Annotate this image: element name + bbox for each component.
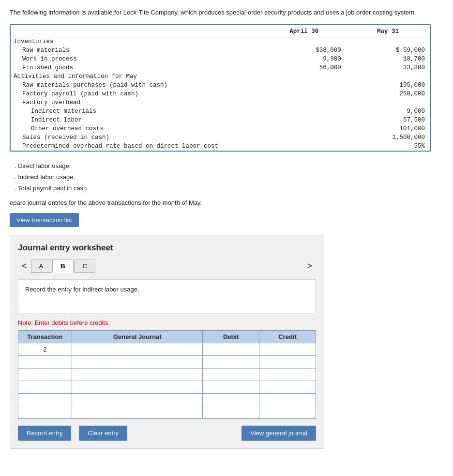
info-row-label: Raw materials (11, 46, 262, 55)
info-row-apr: $38,000 (262, 46, 346, 55)
prepare-text: epare journal entries for the above tran… (10, 199, 443, 206)
info-row-may: 57,500 (346, 116, 430, 124)
journal-credit-input[interactable] (259, 381, 316, 393)
info-row-apr: 9,900 (262, 55, 346, 63)
info-row-may: 195,000 (346, 81, 430, 90)
journal-transaction-cell (18, 368, 72, 381)
view-transaction-button[interactable]: View transaction list (10, 213, 79, 227)
journal-transaction-cell (18, 406, 72, 418)
info-row-may: 1,500,000 (346, 133, 430, 142)
journal-debit-input[interactable] (203, 369, 259, 381)
journal-credit-cell[interactable] (259, 355, 316, 368)
tab-a[interactable]: A (31, 260, 52, 273)
info-row-label: Sales (received in cash) (11, 133, 262, 142)
info-row-may: 18,700 (346, 55, 430, 63)
info-row-apr (262, 142, 346, 151)
info-row-apr (262, 37, 346, 46)
info-row-may: 250,000 (346, 90, 430, 98)
bullet-item: . Total payroll paid in cash. (15, 183, 443, 194)
journal-debit-input[interactable] (203, 381, 259, 393)
journal-general-cell[interactable] (72, 381, 203, 393)
journal-general-input[interactable] (72, 343, 203, 355)
journal-debit-cell[interactable] (203, 393, 259, 406)
info-row-may: 33,800 (346, 63, 430, 72)
journal-row (18, 368, 316, 381)
journal-debit-cell[interactable] (203, 368, 259, 381)
journal-credit-input[interactable] (259, 369, 316, 381)
info-row-may: $ 59,000 (346, 46, 430, 55)
entry-description: Record the entry for indirect labor usag… (18, 279, 316, 313)
journal-debit-input[interactable] (203, 356, 259, 368)
journal-debit-cell[interactable] (203, 406, 259, 418)
journal-credit-input[interactable] (259, 394, 316, 406)
info-row-label: Activities and information for May (11, 72, 262, 81)
journal-general-cell[interactable] (72, 406, 203, 418)
journal-transaction-cell (18, 393, 72, 406)
journal-general-input[interactable] (72, 356, 203, 368)
journal-transaction-cell (18, 381, 72, 393)
journal-general-cell[interactable] (72, 393, 203, 406)
col-label-header (11, 25, 262, 37)
info-row-label: Work in process (11, 55, 262, 63)
info-row-apr (262, 124, 346, 133)
journal-debit-cell[interactable] (203, 381, 259, 393)
view-general-journal-button[interactable]: View general journal (242, 426, 316, 441)
tabs-row: < ABC > (18, 260, 316, 273)
intro-text: The following information is available f… (10, 8, 426, 17)
info-row-label: Inventories (11, 37, 262, 46)
info-row-may: 101,000 (346, 124, 430, 133)
info-row-may: 9,000 (346, 107, 430, 116)
worksheet-title: Journal entry worksheet (18, 243, 316, 253)
tabs-container: ABC (31, 260, 96, 273)
info-row-apr (262, 133, 346, 142)
journal-debit-input[interactable] (203, 406, 259, 418)
info-row-apr (262, 98, 346, 107)
journal-credit-cell[interactable] (259, 406, 316, 418)
record-entry-button[interactable]: Record entry (18, 426, 71, 441)
tab-c[interactable]: C (75, 260, 95, 273)
journal-credit-input[interactable] (259, 356, 316, 368)
info-row-label: Indirect materials (11, 107, 262, 116)
journal-debit-input[interactable] (203, 394, 259, 406)
journal-general-cell[interactable] (72, 343, 203, 355)
journal-credit-cell[interactable] (259, 368, 316, 381)
journal-debit-input[interactable] (203, 343, 259, 355)
clear-entry-button[interactable]: Clear entry (79, 426, 127, 441)
info-row-apr (262, 81, 346, 90)
bullet-item: . Indirect labor usage. (15, 171, 443, 183)
journal-col-header-transaction: Transaction (18, 330, 72, 343)
journal-transaction-cell (18, 355, 72, 368)
note-text: Note: Enter debits before credits. (18, 319, 316, 326)
journal-row: 2 (18, 343, 316, 355)
info-row-apr (262, 116, 346, 124)
journal-credit-input[interactable] (259, 343, 316, 355)
info-row-label: Factory payroll (paid with cash) (11, 90, 262, 98)
journal-general-input[interactable] (72, 406, 203, 418)
info-row-label: Raw materials purchases (paid with cash) (11, 81, 262, 90)
journal-entry-worksheet: Journal entry worksheet < ABC > Record t… (10, 235, 324, 449)
journal-credit-cell[interactable] (259, 343, 316, 355)
info-row-label: Predetermined overhead rate based on dir… (11, 142, 262, 151)
prev-tab-button[interactable]: < (18, 260, 31, 272)
journal-credit-cell[interactable] (259, 381, 316, 393)
journal-general-input[interactable] (72, 381, 203, 393)
info-row-apr (262, 90, 346, 98)
journal-debit-cell[interactable] (203, 355, 259, 368)
journal-general-cell[interactable] (72, 368, 203, 381)
journal-general-input[interactable] (72, 369, 203, 381)
journal-row (18, 406, 316, 418)
journal-col-header-general-journal: General Journal (72, 330, 203, 343)
journal-credit-input[interactable] (259, 406, 316, 418)
info-row-apr: 56,000 (262, 63, 346, 72)
journal-general-input[interactable] (72, 394, 203, 406)
tab-b[interactable]: B (52, 260, 73, 273)
journal-credit-cell[interactable] (259, 393, 316, 406)
next-tab-button[interactable]: > (303, 260, 316, 272)
journal-transaction-cell: 2 (18, 343, 72, 355)
journal-general-cell[interactable] (72, 355, 203, 368)
journal-debit-cell[interactable] (203, 343, 259, 355)
col-may-header: May 31 (346, 25, 430, 37)
info-row-label: Finished goods (11, 63, 262, 72)
bullet-list: . Direct labor usage.. Indirect labor us… (15, 160, 443, 194)
info-row-may (346, 98, 430, 107)
